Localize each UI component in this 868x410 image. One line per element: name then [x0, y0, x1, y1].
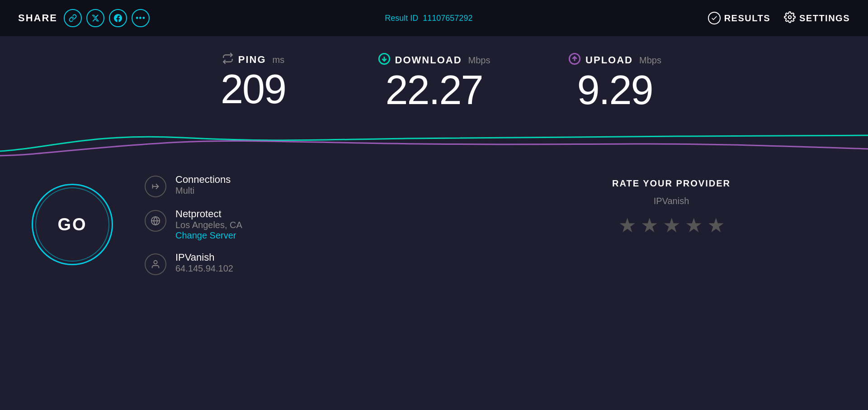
more-share-button[interactable]: ••• [132, 9, 150, 27]
upload-unit: Mbps [639, 55, 661, 66]
upload-value: 9.29 [577, 70, 652, 110]
results-button[interactable]: RESULTS [708, 12, 770, 24]
ping-value: 209 [221, 69, 286, 110]
result-id-value: 11107657292 [423, 14, 472, 23]
svg-point-9 [154, 261, 157, 264]
provider-icon [145, 253, 166, 275]
provider-label: IPVanish [175, 252, 233, 263]
go-button-container: GO [27, 174, 118, 275]
download-unit: Mbps [468, 55, 491, 66]
netprotect-icon [145, 210, 166, 232]
netprotect-label: Netprotect [175, 208, 242, 220]
upload-stat: UPLOAD Mbps 9.29 [524, 52, 705, 110]
go-button[interactable]: GO [32, 184, 113, 265]
star-5[interactable]: ★ [707, 214, 725, 237]
connections-value: Multi [175, 186, 231, 196]
info-section: Connections Multi Netprotect Los Angeles… [136, 174, 484, 275]
topbar: SHARE ••• [0, 0, 868, 36]
star-1[interactable]: ★ [618, 214, 636, 237]
star-4[interactable]: ★ [685, 214, 703, 237]
result-id: Result ID 11107657292 [385, 14, 472, 23]
ping-stat: PING ms 209 [163, 52, 344, 110]
download-label: DOWNLOAD [395, 54, 462, 66]
connections-row: Connections Multi [145, 174, 484, 197]
share-section: SHARE ••• [18, 9, 150, 27]
provider-row: IPVanish 64.145.94.102 [145, 252, 484, 275]
connections-label: Connections [175, 174, 231, 186]
ping-unit: ms [273, 55, 285, 65]
link-share-button[interactable] [64, 9, 82, 27]
top-right-nav: RESULTS SETTINGS [708, 11, 850, 25]
star-2[interactable]: ★ [641, 214, 658, 237]
share-label: SHARE [18, 12, 57, 24]
rate-provider-title: RATE YOUR PROVIDER [612, 178, 731, 189]
ping-label: PING [238, 54, 266, 66]
results-icon [708, 12, 721, 24]
stats-row: PING ms 209 DOWNLOAD Mbps 22.27 [0, 36, 868, 115]
download-stat: DOWNLOAD Mbps 22.27 [344, 52, 524, 110]
facebook-share-button[interactable] [109, 9, 127, 27]
twitter-share-button[interactable] [86, 9, 104, 27]
settings-icon [784, 11, 796, 25]
provider-ip: 64.145.94.102 [175, 263, 233, 274]
upload-label: UPLOAD [585, 54, 633, 66]
netprotect-location: Los Angeles, CA [175, 220, 242, 230]
star-rating: ★ ★ ★ ★ ★ [618, 214, 725, 237]
go-label: GO [57, 215, 87, 234]
svg-point-0 [788, 15, 792, 19]
speed-chart [0, 115, 868, 160]
upload-icon [568, 52, 581, 68]
result-id-label: Result ID 11107657292 [385, 14, 472, 23]
download-icon [378, 52, 391, 68]
share-icons: ••• [64, 9, 150, 27]
connections-icon [145, 176, 166, 197]
ping-icon [222, 52, 234, 67]
rate-provider-section: RATE YOUR PROVIDER IPVanish ★ ★ ★ ★ ★ [502, 174, 841, 275]
star-3[interactable]: ★ [663, 214, 680, 237]
main-content: PING ms 209 DOWNLOAD Mbps 22.27 [0, 36, 868, 410]
settings-button[interactable]: SETTINGS [784, 11, 850, 25]
rate-provider-name: IPVanish [654, 196, 689, 206]
download-value: 22.27 [385, 70, 482, 110]
netprotect-row: Netprotect Los Angeles, CA Change Server [145, 208, 484, 241]
chart-svg [0, 115, 868, 160]
change-server-link[interactable]: Change Server [175, 230, 242, 241]
bottom-section: GO Connections Multi [0, 174, 868, 275]
